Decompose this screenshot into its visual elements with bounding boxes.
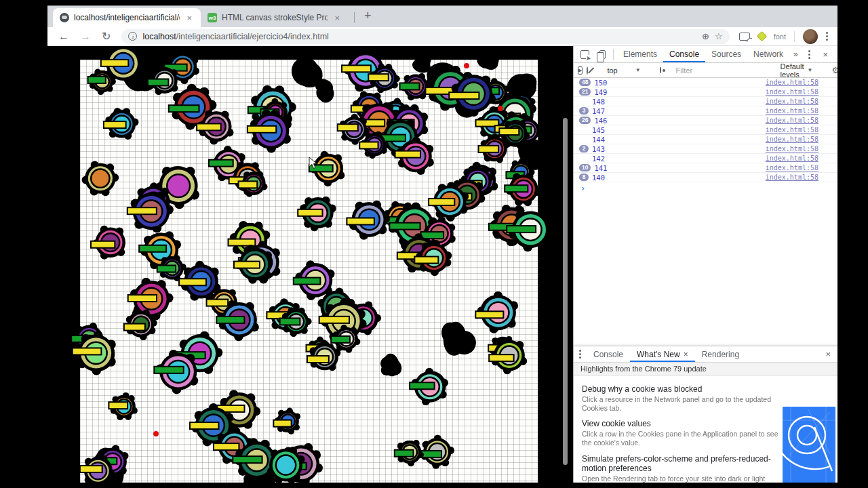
reload-button[interactable]: ↻ (98, 31, 115, 42)
whats-new-item: Simulate prefers-color-scheme and prefer… (582, 454, 782, 483)
toolbar-divider (794, 31, 795, 42)
chrome-79-blueprint-image (783, 407, 835, 483)
devtools-tab-sources[interactable]: Sources (705, 46, 747, 62)
new-tab-button[interactable]: + (360, 9, 376, 22)
devtools-divider (613, 49, 614, 60)
chevron-down-icon: ▼ (635, 67, 641, 73)
tab-separator (354, 12, 355, 23)
log-source-link[interactable]: index.html:58 (766, 88, 818, 96)
badge-spacer (579, 98, 592, 105)
simulation-canvas[interactable] (47, 46, 573, 483)
device-toolbar-icon[interactable] (593, 50, 610, 59)
tab-w3schools[interactable]: w3 HTML canvas strokeStyle Prop × (201, 8, 349, 27)
more-tabs-icon[interactable]: » (789, 49, 802, 59)
chevron-down-icon: ▼ (807, 67, 812, 73)
console-toolbar: ▶ top ▼ Default levels ▼ (574, 63, 837, 78)
page-info-icon[interactable]: i (128, 32, 137, 41)
log-source-link[interactable]: index.html:58 (766, 126, 818, 134)
profile-avatar[interactable] (803, 29, 818, 44)
live-expression-eye-icon[interactable] (660, 67, 661, 73)
zoom-page-icon[interactable]: ⊕ (702, 31, 709, 41)
console-log: 48150index.html:5821149index.html:58148i… (574, 78, 837, 182)
back-button[interactable]: ← (54, 31, 73, 42)
console-log-row: 142index.html:58 (574, 154, 837, 163)
log-source-link[interactable]: index.html:58 (766, 98, 818, 105)
console-sidebar-icon[interactable]: ▶ (578, 66, 583, 75)
log-value: 148 (592, 98, 766, 106)
log-source-link[interactable]: index.html:58 (766, 79, 818, 86)
tab-close-icon[interactable]: × (184, 13, 194, 23)
log-value: 147 (592, 107, 766, 115)
clear-console-icon[interactable] (587, 66, 588, 75)
page-scrollbar[interactable] (563, 118, 568, 465)
tab-strip: localhost/inteligenciaartificial/e × w3 … (47, 5, 837, 27)
log-source-link[interactable]: index.html:58 (766, 117, 818, 124)
log-source-link[interactable]: index.html:58 (766, 136, 818, 143)
log-value: 145 (592, 126, 766, 134)
drawer-tab-close-icon[interactable]: × (684, 350, 688, 359)
log-source-link[interactable]: index.html:58 (766, 145, 818, 152)
devtools-menu-icon[interactable] (803, 50, 816, 59)
mouse-cursor (309, 157, 318, 170)
log-value: 149 (594, 88, 765, 96)
drawer-menu-icon[interactable] (574, 350, 587, 359)
tab-close-icon[interactable]: × (332, 13, 342, 23)
console-log-row: 26146index.html:58 (574, 116, 837, 125)
log-value: 143 (592, 145, 766, 153)
log-source-link[interactable]: index.html:58 (766, 155, 818, 162)
whats-new-item-body: Click a resource in the Network panel an… (582, 395, 782, 413)
badge-spacer (579, 136, 592, 143)
log-value: 140 (592, 174, 766, 182)
console-log-row: 21149index.html:58 (574, 87, 837, 97)
devtools-tab-elements[interactable]: Elements (617, 46, 663, 62)
repeat-count-badge: 8 (579, 174, 589, 181)
screen-frame: localhost/inteligenciaartificial/e × w3 … (0, 0, 868, 488)
whats-new-item-heading[interactable]: View cookie values (582, 419, 782, 428)
whats-new-item: View cookie valuesClick a row in the Coo… (582, 419, 782, 447)
console-log-row: 2143index.html:58 (574, 144, 837, 154)
console-log-row: 10141index.html:58 (574, 163, 837, 173)
devtools-drawer: ConsoleWhat's New×Rendering × Highlights… (574, 346, 837, 483)
tab-title: localhost/inteligenciaartificial/e (74, 13, 180, 22)
inspect-element-icon[interactable] (576, 50, 593, 59)
console-log-row: 3147index.html:58 (574, 106, 837, 116)
repeat-count-badge: 26 (579, 117, 591, 124)
devtools-close-icon[interactable]: × (816, 49, 835, 60)
address-bar[interactable]: i localhost/inteligenciaartificial/ejerc… (121, 29, 729, 44)
execution-context-dropdown[interactable]: top ▼ (603, 66, 644, 75)
repeat-count-badge: 10 (579, 164, 591, 171)
console-settings-gear-icon[interactable]: ⚙ (831, 65, 837, 75)
url-path: /inteligenciaartificial/ejercicio4/index… (176, 32, 329, 41)
console-filter-input[interactable] (676, 66, 772, 75)
whats-new-item-heading[interactable]: Simulate prefers-color-scheme and prefer… (582, 454, 782, 473)
forward-button[interactable]: → (76, 31, 95, 42)
tab-localhost[interactable]: localhost/inteligenciaartificial/e × (53, 8, 201, 27)
whats-new-item: Debug why a cookie was blockedClick a re… (582, 384, 782, 413)
console-log-row: 8140index.html:58 (574, 173, 837, 182)
extension-icon[interactable] (756, 31, 767, 42)
log-levels-dropdown[interactable]: Default levels ▼ (776, 62, 817, 79)
browser-window: localhost/inteligenciaartificial/e × w3 … (47, 5, 837, 483)
log-source-link[interactable]: index.html:58 (766, 164, 818, 171)
devtools-tab-console[interactable]: Console (663, 46, 705, 62)
devtools-tab-bar: ElementsConsoleSourcesNetwork » × (574, 46, 837, 63)
log-source-link[interactable]: index.html:58 (766, 174, 818, 181)
whats-new-item-heading[interactable]: Debug why a cookie was blocked (582, 384, 782, 394)
drawer-close-icon[interactable]: × (818, 349, 837, 359)
drawer-tab-console[interactable]: Console (587, 346, 630, 362)
log-value: 144 (592, 136, 766, 144)
bookmark-star-icon[interactable]: ☆ (715, 31, 723, 41)
devtools-tab-network[interactable]: Network (747, 46, 789, 62)
levels-label: Default levels (781, 62, 804, 79)
window-content: ElementsConsoleSourcesNetwork » × ▶ top … (47, 46, 837, 483)
cast-icon[interactable] (739, 33, 750, 41)
drawer-tab-what-s-new[interactable]: What's New× (630, 346, 695, 362)
tab-title: HTML canvas strokeStyle Prop (222, 13, 328, 22)
log-source-link[interactable]: index.html:58 (766, 107, 818, 115)
log-value: 150 (594, 79, 765, 87)
browser-menu-icon[interactable] (826, 32, 828, 41)
font-extension-label[interactable]: font (774, 33, 786, 41)
drawer-tab-rendering[interactable]: Rendering (695, 346, 746, 362)
console-prompt-caret[interactable]: › (574, 182, 837, 193)
repeat-count-badge: 21 (579, 88, 591, 96)
